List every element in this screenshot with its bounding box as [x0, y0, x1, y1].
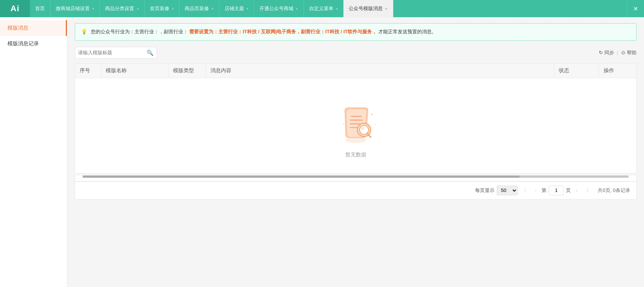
content-area: 💡 您的公众号行业为：主营行业：，副营行业： 需要设置为：主营行业：IT科技 /… — [67, 17, 644, 287]
nav-tab-open-mall[interactable]: 开通公众号商城 × — [254, 0, 303, 17]
search-input[interactable] — [78, 50, 147, 55]
pagination: 每页显示 102050100 ⟨ ‹ 第 页 › ⟩ 共0页, 0条记录 — [75, 181, 637, 199]
top-nav: Ai 首页微商城店铺设置 ×商品分类设置 ×首页装修 ×商品页装修 ×店铺主题 … — [0, 0, 644, 17]
table-header-action: 操作 — [599, 63, 637, 78]
scrollbar-thumb[interactable] — [83, 175, 520, 178]
toolbar-right: ↻ 同步 | ⊙ 帮助 — [599, 49, 637, 56]
table-header-status: 状态 — [554, 63, 599, 78]
nav-tab-store-theme[interactable]: 店铺主题 × — [219, 0, 254, 17]
sidebar: 模版消息模版消息记录 — [0, 17, 67, 287]
svg-text:✦: ✦ — [375, 123, 376, 125]
svg-text:✦: ✦ — [343, 123, 345, 125]
nav-tab-custom-menu[interactable]: 自定义菜单 × — [304, 0, 343, 17]
help-button[interactable]: ⊙ 帮助 — [621, 49, 637, 56]
page-suffix: 页 — [566, 187, 571, 194]
scrollbar-area — [75, 175, 637, 181]
notice-suffix: 才能正常发送预置的消息。 — [378, 29, 437, 34]
per-page-label: 每页显示 — [475, 187, 494, 194]
help-label: 帮助 — [627, 49, 637, 56]
nav-tab-homepage-decoration[interactable]: 首页装修 × — [145, 0, 179, 17]
empty-icon: ✦ ✦ ✦ — [333, 101, 378, 146]
close-all-button[interactable]: ✕ — [627, 0, 644, 17]
sync-label: 同步 — [604, 49, 614, 56]
first-page-button[interactable]: ⟨ — [521, 186, 530, 195]
total-info: 共0页, 0条记录 — [598, 187, 630, 194]
sync-icon: ↻ — [599, 50, 603, 55]
nav-tab-product-decoration[interactable]: 商品页装修 × — [179, 0, 219, 17]
per-page-select[interactable]: 102050100 — [497, 186, 518, 195]
nav-tabs: 首页微商城店铺设置 ×商品分类设置 ×首页装修 ×商品页装修 ×店铺主题 ×开通… — [30, 0, 627, 17]
table-header-no: 序号 — [75, 63, 101, 78]
app-logo: Ai — [0, 0, 30, 17]
page-prefix: 第 — [542, 187, 546, 194]
nav-tab-shop-settings[interactable]: 微商城店铺设置 × — [50, 0, 100, 17]
notice-prefix: 您的公众号行业为：主营行业：，副营行业： — [91, 29, 188, 34]
nav-tab-close-template-msg[interactable]: × — [385, 6, 387, 11]
nav-tab-close-product-decoration[interactable]: × — [211, 6, 213, 11]
notice-highlight: 需要设置为：主营行业：IT科技 / 互联网|电子商务，副营行业：IT科技 / I… — [189, 29, 377, 34]
main-layout: 模版消息模版消息记录 💡 您的公众号行业为：主营行业：，副营行业： 需要设置为：… — [0, 17, 644, 287]
nav-tab-close-store-theme[interactable]: × — [246, 6, 249, 11]
nav-tab-close-shop-settings[interactable]: × — [92, 6, 94, 11]
notice-icon: 💡 — [81, 29, 87, 34]
scrollbar-track[interactable] — [83, 175, 629, 178]
nav-tab-close-open-mall[interactable]: × — [296, 6, 298, 11]
notice-box: 💡 您的公众号行业为：主营行业：，副营行业： 需要设置为：主营行业：IT科技 /… — [75, 23, 637, 41]
last-page-button[interactable]: ⟩ — [583, 186, 592, 195]
sidebar-item-template-msg-record[interactable]: 模版消息记录 — [0, 36, 67, 52]
search-button[interactable]: 🔍 — [147, 49, 154, 56]
nav-tab-category-settings[interactable]: 商品分类设置 × — [100, 0, 144, 17]
nav-tab-template-msg[interactable]: 公众号模版消息 × — [343, 0, 393, 17]
svg-point-8 — [361, 127, 364, 130]
empty-text: 暂无数据 — [83, 152, 629, 158]
page-input: 第 页 — [542, 186, 571, 195]
help-circle-icon: ⊙ — [621, 50, 625, 55]
data-table: 序号模版名称模版类型消息内容状态操作 — [75, 63, 637, 174]
sync-button[interactable]: ↻ 同步 — [599, 49, 614, 56]
table-header-content: 消息内容 — [206, 63, 554, 78]
page-number-input[interactable] — [549, 186, 564, 195]
search-input-wrap: 🔍 — [75, 47, 157, 59]
nav-tab-close-category-settings[interactable]: × — [136, 6, 139, 11]
nav-tab-close-homepage-decoration[interactable]: × — [172, 6, 174, 11]
sidebar-item-template-msg[interactable]: 模版消息 — [0, 20, 67, 36]
toolbar-divider: | — [617, 50, 618, 55]
page-size-wrap: 每页显示 102050100 — [475, 186, 518, 195]
table-header-name: 模版名称 — [101, 63, 169, 78]
page-nav: ⟨ ‹ 第 页 › ⟩ — [521, 186, 592, 195]
empty-state: ✦ ✦ ✦ 暂无数据 — [75, 78, 636, 173]
nav-tab-home[interactable]: 首页 — [30, 0, 50, 17]
table-header-type: 模版类型 — [169, 63, 206, 78]
svg-text:✦: ✦ — [371, 113, 373, 116]
nav-tab-close-custom-menu[interactable]: × — [336, 6, 338, 11]
prev-page-button[interactable]: ‹ — [531, 186, 540, 195]
next-page-button[interactable]: › — [572, 186, 581, 195]
search-bar: 🔍 ↻ 同步 | ⊙ 帮助 — [75, 47, 637, 59]
